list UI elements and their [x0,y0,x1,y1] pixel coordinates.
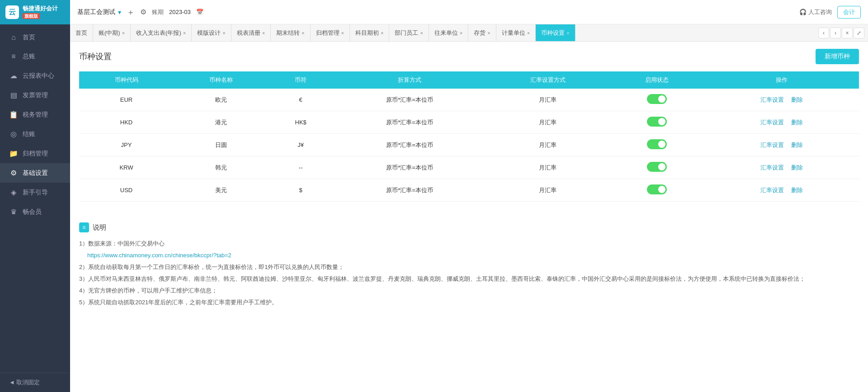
tab-close-icon[interactable]: × [487,30,490,36]
delete-link[interactable]: 删除 [791,164,803,171]
sidebar-item-label: 新手引导 [23,189,48,197]
tab-archive[interactable]: 归档管理 × [311,24,350,41]
col-header-calc: 折算方式 [333,71,486,89]
tab-close-icon[interactable]: × [420,30,423,36]
cell-name: 欧元 [174,89,268,111]
ledger-icon: ≡ [9,52,18,61]
sidebar-item-member[interactable]: ♛ 畅会员 [0,202,70,222]
logo-sub: 旗舰版 [23,13,40,19]
tab-prev-button[interactable]: ‹ [818,28,829,38]
rate-setting-link[interactable]: 汇率设置 [760,164,784,171]
sidebar-item-invoice[interactable]: ▤ 发票管理 [0,85,70,105]
sidebar-item-reports[interactable]: ☁ 云报表中心 [0,66,70,85]
rate-setting-link[interactable]: 汇率设置 [760,187,784,194]
sidebar-item-label: 基础设置 [23,169,48,177]
account-button[interactable]: 会计 [837,6,861,19]
add-tab-button[interactable]: ＋ [127,7,135,18]
sidebar-item-tax[interactable]: 📋 税务管理 [0,105,70,124]
note-header: ≡ 说明 [79,222,859,232]
cell-rate-type: 月汇率 [486,111,610,134]
tab-close-icon[interactable]: × [341,30,344,36]
table-row: HKD 港元 HK$ 原币*汇率=本位币 月汇率 汇率设置 删除 [79,111,859,134]
tab-nav-arrows: ‹ › × ⤢ [815,28,868,38]
main-area: 基层工会测试 ▾ ＋ ⚙ 账期 2023-03 📅 🎧 人工咨询 会计 首页 账… [70,0,868,392]
cell-action: 汇率设置 删除 [704,156,859,179]
sidebar-item-basic[interactable]: ⚙ 基础设置 [0,163,70,183]
archive-icon: 📁 [9,149,18,158]
enabled-toggle[interactable] [647,162,667,172]
tab-close-icon[interactable]: × [222,30,225,36]
tab-unit[interactable]: 计量单位 × [496,24,536,41]
tab-tax-table[interactable]: 税表清册 × [231,24,271,41]
cell-status [610,89,704,111]
sidebar-item-label: 归档管理 [23,150,48,158]
tab-account-period[interactable]: 账(中期) × [93,24,131,41]
tab-currency[interactable]: 币种设置 × [536,24,575,41]
tab-close-icon[interactable]: × [302,30,304,36]
tab-close-all-button[interactable]: × [842,28,853,38]
tab-close-icon[interactable]: × [566,30,569,36]
tab-period-close[interactable]: 期末结转 × [271,24,310,41]
sidebar-pin-toggle[interactable]: ◄ 取消固定 [0,373,70,392]
sidebar-item-label: 总账 [23,52,35,61]
tab-subject-init[interactable]: 科目期初 × [350,24,389,41]
table-row: JPY 日圆 J¥ 原币*汇率=本位币 月汇率 汇率设置 删除 [79,134,859,156]
col-header-symbol: 币符 [268,71,333,89]
logo-name: 畅捷通好会计 [23,5,58,12]
sidebar-item-settlement[interactable]: ◎ 结账 [0,124,70,144]
sidebar-item-home[interactable]: ⌂ 首页 [0,28,70,47]
sidebar-item-archive[interactable]: 📁 归档管理 [0,144,70,163]
company-dropdown-icon[interactable]: ▾ [118,9,121,16]
sidebar-item-ledger[interactable]: ≡ 总账 [0,47,70,66]
note-link[interactable]: https://www.chinamoney.com.cn/chinese/bk… [87,252,231,259]
cell-status [610,156,704,179]
guide-icon: ◈ [9,188,18,197]
note-item: 5）系统只能自动抓取2021年度后的汇率，之前年度汇率需要用户手工维护。 [79,297,859,308]
cell-name: 美元 [174,179,268,202]
member-icon: ♛ [9,208,18,216]
delete-link[interactable]: 删除 [791,96,803,103]
enabled-toggle[interactable] [647,184,667,194]
invoice-icon: ▤ [9,91,18,99]
tab-close-icon[interactable]: × [262,30,265,36]
rate-setting-link[interactable]: 汇率设置 [760,119,784,126]
calendar-icon[interactable]: 📅 [196,9,203,15]
tab-inventory[interactable]: 存货 × [468,24,496,41]
note-icon: ≡ [79,222,89,232]
tab-home[interactable]: 首页 [70,24,93,41]
tab-close-icon[interactable]: × [460,30,462,36]
enabled-toggle[interactable] [647,139,667,149]
rate-setting-link[interactable]: 汇率设置 [760,96,784,103]
tab-income[interactable]: 收入支出表(年报) × [131,24,192,41]
delete-link[interactable]: 删除 [791,119,803,126]
sidebar-item-guide[interactable]: ◈ 新手引导 [0,183,70,202]
cell-calc: 原币*汇率=本位币 [333,89,486,111]
headset-icon: 🎧 [799,9,807,15]
tab-close-icon[interactable]: × [122,30,125,36]
tab-expand-button[interactable]: ⤢ [854,28,864,38]
tab-close-icon[interactable]: × [183,30,186,36]
tab-close-icon[interactable]: × [381,30,383,36]
col-header-rate-type: 汇率设置方式 [486,71,610,89]
enabled-toggle[interactable] [647,117,667,127]
tab-close-icon[interactable]: × [527,30,530,36]
tax-icon: 📋 [9,110,18,119]
home-icon: ⌂ [9,33,18,42]
tab-customer[interactable]: 往来单位 × [429,24,468,41]
delete-link[interactable]: 删除 [791,142,803,148]
cell-symbol: € [268,89,333,111]
rate-setting-link[interactable]: 汇率设置 [760,142,784,148]
cell-code: EUR [79,89,174,111]
new-currency-button[interactable]: 新增币种 [816,49,859,64]
delete-link[interactable]: 删除 [791,187,803,194]
sidebar-item-label: 税务管理 [23,111,48,119]
enabled-toggle[interactable] [647,94,667,104]
tab-bar: 首页 账(中期) × 收入支出表(年报) × 模版设计 × 税表清册 × 期末结… [70,24,868,42]
gear-icon[interactable]: ⚙ [140,8,146,16]
tab-dept-staff[interactable]: 部门员工 × [389,24,429,41]
tab-next-button[interactable]: › [830,28,841,38]
app-logo: 云 畅捷通好会计 旗舰版 [0,0,70,24]
sidebar-item-label: 首页 [23,33,35,42]
help-button[interactable]: 🎧 人工咨询 [799,8,832,16]
tab-template[interactable]: 模版设计 × [192,24,231,41]
